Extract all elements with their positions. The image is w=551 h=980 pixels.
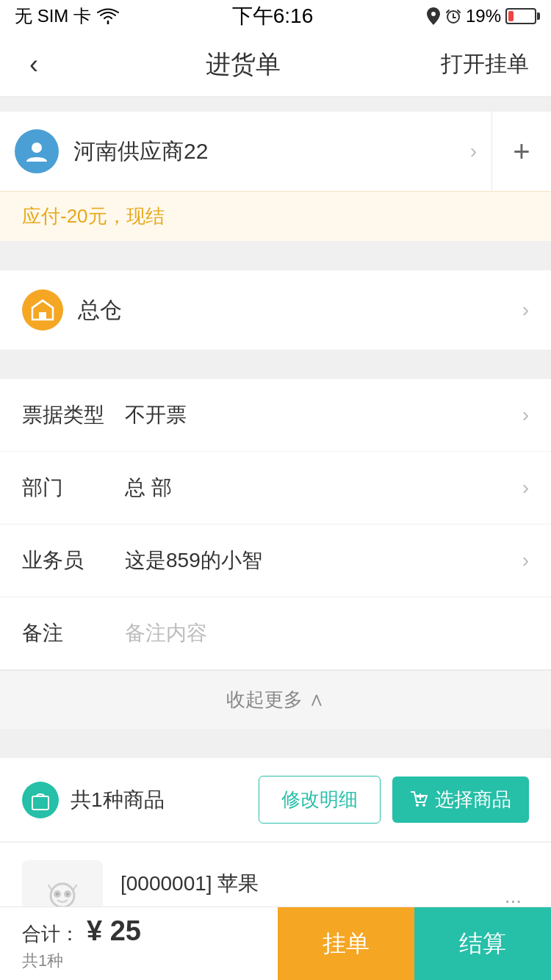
- open-hang-button[interactable]: 打开挂单: [441, 49, 529, 79]
- total-count: 共1种: [22, 950, 256, 972]
- section-gap-1: [0, 97, 551, 112]
- supplier-name: 河南供应商22: [73, 137, 470, 167]
- select-product-button[interactable]: 选择商品: [392, 777, 529, 823]
- edit-detail-button[interactable]: 修改明细: [259, 776, 381, 824]
- battery-fill: [508, 11, 514, 21]
- hang-button[interactable]: 挂单: [278, 907, 414, 980]
- sales-person-label: 业务员: [22, 547, 110, 574]
- svg-rect-4: [39, 312, 46, 320]
- supplier-add-button[interactable]: +: [492, 112, 551, 191]
- ticket-type-value: 不开票: [110, 401, 522, 429]
- status-right: 19%: [426, 6, 536, 26]
- total-row: 合计： ¥ 25: [22, 915, 256, 947]
- battery-icon: [505, 8, 536, 24]
- status-time: 下午6:16: [232, 2, 314, 30]
- product-name: [0000001] 苹果: [120, 870, 497, 898]
- notice-bar: 应付-20元，现结: [0, 191, 551, 241]
- department-label: 部门: [22, 474, 110, 502]
- ticket-type-row[interactable]: 票据类型 不开票 ›: [0, 379, 551, 452]
- sales-person-row[interactable]: 业务员 这是859的小智 ›: [0, 525, 551, 597]
- svg-point-6: [416, 804, 419, 807]
- supplier-row[interactable]: 河南供应商22 ›: [0, 112, 492, 191]
- form-section: 票据类型 不开票 › 部门 总 部 › 业务员 这是859的小智 › 备注 备注…: [0, 379, 551, 729]
- notice-text: 应付-20元，现结: [22, 205, 165, 227]
- supplier-chevron-icon: ›: [470, 140, 477, 163]
- main-content: 河南供应商22 › + 应付-20元，现结 总仓 ›: [0, 97, 551, 980]
- warehouse-name: 总仓: [78, 295, 522, 325]
- svg-point-7: [422, 804, 425, 807]
- status-bar: 无 SIM 卡 下午6:16 19%: [0, 0, 551, 32]
- nav-bar: ‹ 进货单 打开挂单: [0, 32, 551, 97]
- status-left: 无 SIM 卡: [15, 4, 119, 28]
- remark-input[interactable]: 备注内容: [110, 619, 529, 647]
- section-gap-2: [0, 241, 551, 256]
- ticket-type-chevron-icon: ›: [522, 403, 529, 427]
- person-icon: [24, 138, 50, 165]
- carrier-label: 无 SIM 卡: [15, 4, 91, 28]
- warehouse-row[interactable]: 总仓 ›: [0, 270, 551, 350]
- supplier-section: 河南供应商22 › +: [0, 112, 551, 191]
- products-count: 共1种商品: [71, 786, 259, 814]
- warehouse-icon: [22, 289, 63, 331]
- page-title: 进货单: [206, 48, 281, 82]
- sales-person-chevron-icon: ›: [522, 549, 529, 572]
- products-icon: [22, 782, 59, 818]
- location-icon: [426, 7, 441, 25]
- warehouse-section: 总仓 ›: [0, 270, 551, 350]
- sales-person-value: 这是859的小智: [110, 547, 522, 574]
- products-header: 共1种商品 修改明细 选择商品: [0, 758, 551, 842]
- section-gap-4: [0, 729, 551, 743]
- total-label: 合计：: [22, 921, 79, 947]
- svg-rect-5: [32, 796, 48, 810]
- ticket-type-label: 票据类型: [22, 401, 110, 429]
- product-code: [0000001] 苹果: [120, 872, 259, 895]
- svg-point-3: [32, 143, 42, 153]
- alarm-icon: [445, 8, 461, 24]
- settle-button[interactable]: 结算: [414, 907, 551, 980]
- remark-row[interactable]: 备注 备注内容: [0, 597, 551, 670]
- remark-label: 备注: [22, 619, 110, 647]
- section-gap-3: [0, 350, 551, 364]
- svg-point-13: [56, 893, 59, 896]
- cart-icon: [410, 790, 429, 810]
- back-button[interactable]: ‹: [22, 42, 46, 87]
- select-product-label: 选择商品: [435, 787, 511, 813]
- battery-percent: 19%: [466, 6, 501, 26]
- collapse-button[interactable]: 收起更多 ∧: [0, 670, 551, 729]
- home-icon: [30, 298, 55, 323]
- supplier-avatar: [15, 129, 59, 173]
- svg-point-14: [66, 893, 69, 896]
- wifi-icon: [97, 8, 119, 24]
- total-amount: ¥ 25: [87, 915, 141, 947]
- department-chevron-icon: ›: [522, 476, 529, 500]
- department-row[interactable]: 部门 总 部 ›: [0, 452, 551, 525]
- warehouse-chevron-icon: ›: [522, 298, 529, 322]
- bag-icon: [29, 789, 51, 811]
- bottom-bar: 合计： ¥ 25 共1种 挂单 结算: [0, 907, 551, 980]
- department-value: 总 部: [110, 474, 522, 502]
- total-section: 合计： ¥ 25 共1种: [0, 907, 278, 980]
